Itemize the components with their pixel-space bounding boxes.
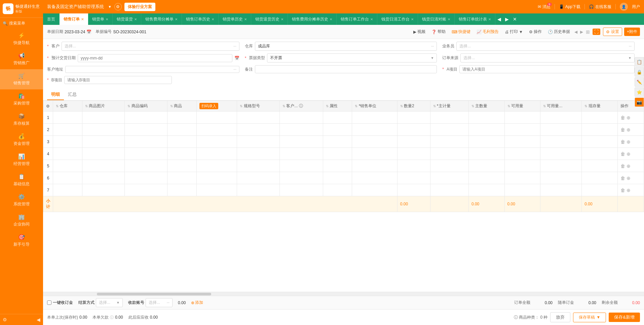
invoice-type-expand-icon[interactable]: ▼: [430, 56, 434, 60]
th-product-code[interactable]: ⇅ 商品编码: [125, 101, 167, 112]
row-available2[interactable]: [540, 160, 582, 172]
print-button[interactable]: 🖨 打印 ▼: [503, 28, 525, 35]
tab-sales-summary[interactable]: 销售订单统计表 ✕: [455, 13, 495, 25]
bank-account-select[interactable]: 选择... ···: [146, 298, 173, 307]
tab-cost-history[interactable]: 销售费用分摊单历史 ✕: [288, 13, 337, 25]
tab-shipment-history[interactable]: 销货单历史 ✕: [219, 13, 251, 25]
th-available[interactable]: ⇅ 可用量: [504, 101, 540, 112]
sidebar-item-inventory[interactable]: 📦 库存核算: [0, 110, 43, 130]
row-current-stock[interactable]: [582, 184, 618, 196]
row-warehouse[interactable]: [53, 136, 82, 148]
row-delete-icon[interactable]: 🗑: [620, 127, 625, 132]
row-product[interactable]: [167, 112, 196, 124]
row-current-stock[interactable]: [582, 112, 618, 124]
sidebar-item-operations[interactable]: 📊 经营管理: [0, 150, 43, 170]
row-product[interactable]: [167, 172, 196, 184]
system-dropdown-button[interactable]: ▼: [108, 5, 112, 9]
row-attrs[interactable]: [323, 124, 352, 136]
row-spec[interactable]: [237, 172, 280, 184]
th-warehouse[interactable]: ⇅ 仓库: [53, 101, 82, 112]
invoice-type-select[interactable]: 不开票 ▼: [267, 53, 437, 63]
row-unit[interactable]: [352, 112, 397, 124]
add-link[interactable]: ⊕ 添加: [191, 300, 203, 306]
tab-close-sales-cost[interactable]: ✕: [175, 17, 178, 21]
calendar-icon[interactable]: 📅: [86, 30, 91, 34]
history-docs-button[interactable]: 🕐 历史单据: [546, 28, 572, 35]
sidebar-item-quick-nav[interactable]: ⚡ 快捷导航: [0, 29, 43, 49]
scan-input-button[interactable]: 扫码录入: [199, 103, 218, 109]
th-settings[interactable]: ⚙: [43, 101, 53, 112]
row-qty2[interactable]: [397, 136, 430, 148]
print-dropdown-icon[interactable]: ▼: [519, 30, 523, 34]
row-qty2[interactable]: [397, 184, 430, 196]
row-available[interactable]: [504, 160, 540, 172]
tab-return-history[interactable]: 销货退货历史 ✕: [251, 13, 288, 25]
collapse-sidebar-icon[interactable]: ◀: [37, 317, 40, 322]
row-customer-code[interactable]: [279, 136, 323, 148]
sidebar-item-finance[interactable]: 💰 资金管理: [0, 130, 43, 150]
order-source-select[interactable]: 选择... ▼: [460, 53, 635, 63]
row-unit[interactable]: [352, 124, 397, 136]
tab-sales-order[interactable]: 销售订单 ✕: [60, 13, 88, 25]
row-product-code[interactable]: [125, 136, 167, 148]
project-b-input[interactable]: [64, 76, 172, 84]
tab-close-sales-shipment[interactable]: ✕: [106, 17, 108, 21]
shortcut-button[interactable]: ⌨ 快捷键: [450, 28, 472, 35]
sidebar-item-system[interactable]: ⚙️ 系统管理: [0, 190, 43, 210]
row-delete-icon[interactable]: 🗑: [620, 175, 625, 181]
row-available2[interactable]: [540, 148, 582, 160]
th-main-qty[interactable]: ⇅ 主数量: [468, 101, 504, 112]
row-product-code[interactable]: [125, 124, 167, 136]
row-main-qty[interactable]: [468, 112, 504, 124]
expand-view-icon[interactable]: ⊞: [586, 29, 590, 35]
right-panel-icon-2[interactable]: 🔒: [635, 67, 644, 77]
tab-close-sales-workbench[interactable]: ✕: [370, 17, 373, 21]
sidebar-item-enterprise[interactable]: 🏢 企业协同: [0, 210, 43, 231]
scroll-thumb[interactable]: [97, 293, 211, 295]
row-unit[interactable]: [352, 148, 397, 160]
date-picker-icon[interactable]: 📅: [234, 56, 239, 60]
nav-next-icon[interactable]: ▶: [580, 30, 583, 34]
row-customer-code[interactable]: [279, 184, 323, 196]
bank-account-ellipsis[interactable]: ···: [167, 301, 169, 304]
row-spec[interactable]: [237, 148, 280, 160]
tab-daily-reconcile[interactable]: 钱货日清对账 ✕: [418, 13, 455, 25]
save-new-button[interactable]: 保存&新增: [609, 313, 640, 322]
row-available2[interactable]: [540, 172, 582, 184]
tab-sales-return[interactable]: 销货退货 ✕: [113, 13, 141, 25]
row-warehouse[interactable]: [53, 148, 82, 160]
row-copy-icon[interactable]: ⊕: [627, 127, 631, 132]
row-unit[interactable]: [352, 160, 397, 172]
row-current-stock[interactable]: [582, 172, 618, 184]
row-spec[interactable]: [237, 136, 280, 148]
row-unit[interactable]: [352, 136, 397, 148]
row-main-unit[interactable]: [430, 112, 468, 124]
row-qty2[interactable]: [397, 124, 430, 136]
row-warehouse[interactable]: [53, 112, 82, 124]
th-current-stock[interactable]: ⇅ 现存量: [582, 101, 618, 112]
row-main-qty[interactable]: [468, 172, 504, 184]
attach-file-button[interactable]: +附件: [624, 28, 640, 36]
tab-more-button[interactable]: ✕: [511, 13, 519, 25]
row-main-unit[interactable]: [430, 148, 468, 160]
row-product[interactable]: [167, 160, 196, 172]
th-unit[interactable]: ⇅ *销售单位: [352, 101, 397, 112]
row-customer-code[interactable]: [279, 148, 323, 160]
th-customer-code[interactable]: ⇅ 客户... ⓘ: [279, 101, 323, 112]
row-available[interactable]: [504, 124, 540, 136]
save-draft-dropdown-icon[interactable]: ▼: [596, 315, 600, 320]
row-available2[interactable]: [540, 136, 582, 148]
online-support-link[interactable]: 🎧 在线客服: [589, 4, 611, 10]
operation-button[interactable]: ⚙ 操作: [527, 28, 543, 35]
row-qty2[interactable]: [397, 160, 430, 172]
row-delete-icon[interactable]: 🗑: [620, 188, 625, 193]
customer-address-input[interactable]: ···: [65, 66, 239, 73]
row-main-qty[interactable]: [468, 148, 504, 160]
row-main-qty[interactable]: [468, 124, 504, 136]
th-qty2[interactable]: ⇅ 数量2: [397, 101, 430, 112]
tab-close-sales-order[interactable]: ✕: [81, 17, 84, 21]
row-warehouse[interactable]: [53, 160, 82, 172]
row-available[interactable]: [504, 112, 540, 124]
row-warehouse[interactable]: [53, 172, 82, 184]
row-main-unit[interactable]: [430, 124, 468, 136]
